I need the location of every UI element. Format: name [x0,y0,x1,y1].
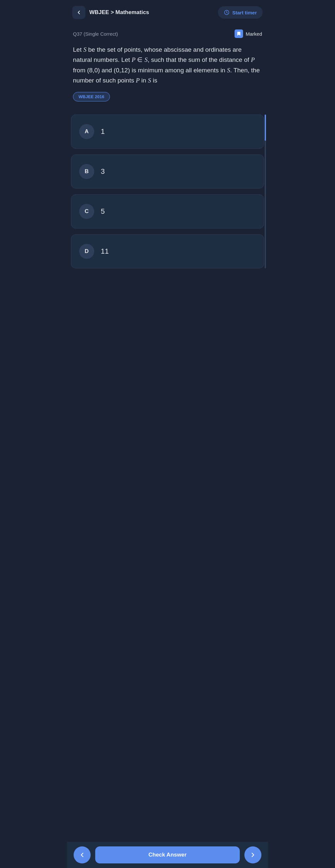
breadcrumb: WBJEE > Mathematics [89,9,214,16]
year-tag[interactable]: WBJEE 2016 [73,92,110,101]
option-d-letter: D [79,244,94,259]
option-d[interactable]: D 11 [71,234,264,269]
option-c[interactable]: C 5 [71,194,264,228]
option-b[interactable]: B 3 [71,154,264,188]
scroll-thumb [265,115,266,141]
next-button[interactable] [244,846,261,863]
marked-label: Marked [246,31,262,37]
options-container: A 1 B 3 C 5 D 11 [67,115,268,269]
question-meta: Q37 (Single Correct) Marked [67,25,268,41]
scroll-track [265,115,266,269]
question-body: Let S be the set of points, whose abscis… [67,41,268,92]
options-wrapper: A 1 B 3 C 5 D 11 [67,115,268,269]
back-button[interactable] [72,6,86,19]
prev-button[interactable] [74,846,91,863]
option-d-value: 11 [101,247,109,256]
bookmark-icon [235,29,243,38]
header: WBJEE > Mathematics Start timer [67,0,268,25]
bottom-nav: Check Answer [67,842,268,868]
tag-container: WBJEE 2016 [67,92,268,115]
option-b-letter: B [79,164,94,179]
option-c-value: 5 [101,207,105,216]
option-a[interactable]: A 1 [71,115,264,149]
option-b-value: 3 [101,167,105,176]
check-answer-button[interactable]: Check Answer [95,846,240,863]
option-a-letter: A [79,124,94,139]
option-a-value: 1 [101,127,105,136]
timer-label: Start timer [232,10,257,16]
start-timer-button[interactable]: Start timer [218,6,263,19]
question-number: Q37 (Single Correct) [73,31,118,37]
option-c-letter: C [79,204,94,219]
marked-badge[interactable]: Marked [235,29,262,38]
